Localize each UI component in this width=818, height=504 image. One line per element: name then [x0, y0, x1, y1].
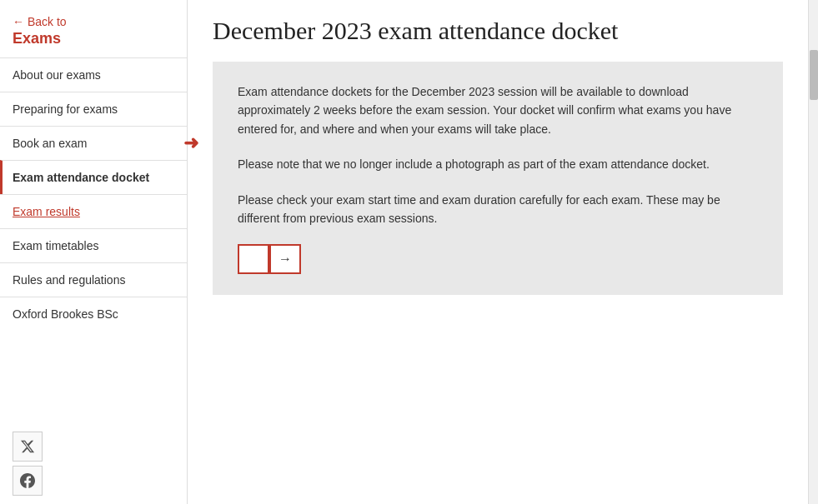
- sidebar-item-label: Exam attendance docket: [13, 171, 149, 184]
- annotation-arrow-icon: ➜: [183, 132, 198, 154]
- next-arrow-icon: →: [279, 252, 292, 267]
- sidebar: ← Back to Exams About our exams Preparin…: [0, 0, 188, 504]
- sidebar-item-label: Exam results: [13, 205, 80, 218]
- scrollbar-thumb[interactable]: [810, 50, 818, 100]
- arrow-left-icon: ← Back to: [13, 15, 67, 28]
- facebook-icon[interactable]: [13, 466, 43, 496]
- paragraph-2: Please note that we no longer include a …: [238, 155, 758, 173]
- sidebar-item-exam-attendance-docket[interactable]: Exam attendance docket: [0, 160, 187, 194]
- sidebar-item-preparing-for-exams[interactable]: Preparing for exams: [0, 92, 187, 126]
- sidebar-item-label: Rules and regulations: [13, 273, 125, 287]
- sidebar-item-label: Book an exam: [13, 137, 88, 150]
- sidebar-item-label: Preparing for exams: [13, 102, 118, 116]
- sidebar-item-label: Oxford Brookes BSc: [13, 307, 118, 321]
- paragraph-1: Exam attendance dockets for the December…: [238, 82, 758, 138]
- sidebar-item-label: Exam timetables: [13, 239, 98, 252]
- back-title: Exams: [13, 30, 61, 47]
- sidebar-item-about-our-exams[interactable]: About our exams: [0, 57, 187, 92]
- sidebar-item-exam-timetables[interactable]: Exam timetables: [0, 228, 187, 262]
- sidebar-item-exam-results[interactable]: Exam results: [0, 194, 187, 228]
- prev-button[interactable]: [238, 244, 269, 274]
- back-arrow: ← Back to: [13, 15, 71, 28]
- social-icons: [13, 432, 43, 496]
- nav-buttons: →: [238, 244, 758, 274]
- twitter-icon[interactable]: [13, 432, 43, 462]
- main-content: December 2023 exam attendance docket Exa…: [188, 0, 808, 504]
- sidebar-item-book-an-exam[interactable]: Book an exam ➜: [0, 126, 187, 160]
- page-title: December 2023 exam attendance docket: [213, 17, 783, 45]
- content-box: Exam attendance dockets for the December…: [213, 62, 783, 295]
- sidebar-item-oxford-brookes-bsc[interactable]: Oxford Brookes BSc: [0, 297, 187, 331]
- sidebar-item-rules-and-regulations[interactable]: Rules and regulations: [0, 262, 187, 297]
- back-link[interactable]: ← Back to Exams: [0, 8, 187, 57]
- paragraph-3: Please check your exam start time and ex…: [238, 191, 758, 228]
- next-button[interactable]: →: [269, 244, 301, 274]
- sidebar-item-label: About our exams: [13, 68, 101, 82]
- scrollbar-track[interactable]: [808, 0, 818, 504]
